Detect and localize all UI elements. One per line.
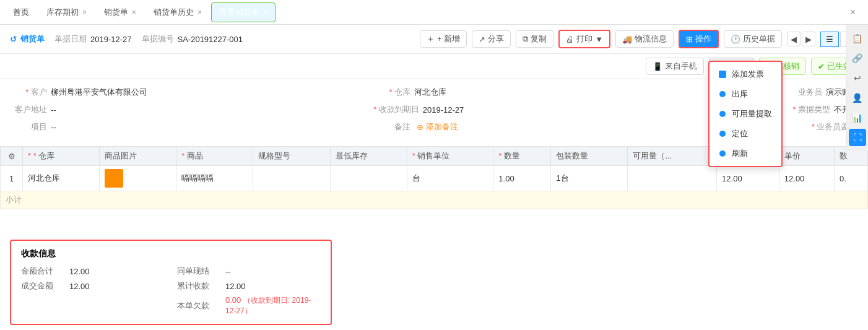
operate-button[interactable]: ⊞ 操作 (679, 30, 719, 48)
document-header: ↺ 销货单 单据日期 2019-12-27 单据编号 SA-20191227-0… (0, 25, 868, 54)
customer-label: 客户 (10, 87, 47, 98)
customer-field: 客户 柳州粤港平安气体有限公司 (10, 87, 373, 98)
due-amount-number: 0.00 (225, 295, 241, 305)
staff2-label: 业务员孟 (812, 121, 849, 132)
inventory-init-close[interactable]: × (82, 8, 87, 17)
tab-bar: 首页 库存期初 × 销货单 × 销货单历史 × 查看销货单 × × (0, 0, 868, 25)
col-pkg-qty: 包装数量 (551, 147, 628, 166)
col-settings[interactable]: ⚙ (1, 147, 23, 166)
payment-grid: 金额合计 12.00 同单现结 -- 成交金额 12.00 累计收款 12.00 (21, 266, 321, 316)
gear-icon[interactable]: ⚙ (8, 152, 15, 161)
due-amount-row: 本单欠款 0.00 （收款到期日: 2019-12-27） (177, 295, 321, 316)
view-sales-close[interactable]: × (263, 8, 267, 17)
history-icon: 🕐 (731, 35, 740, 44)
doc-number-field: 单据编号 SA-20191227-001 (142, 33, 243, 45)
truck-icon: 🚚 (622, 35, 632, 44)
col-price: 单价 (779, 147, 834, 166)
history-button[interactable]: 🕐 历史单据 (724, 30, 782, 48)
locate-item[interactable]: 定位 (710, 124, 781, 144)
staff-label: 业务员 (785, 87, 822, 98)
refresh-label: 刷新 (732, 148, 748, 159)
sales-order-close[interactable]: × (132, 8, 136, 17)
sidebar-btn-1[interactable]: 📋 (849, 30, 866, 47)
transaction-label: 成交金额 (21, 280, 64, 292)
copy-button[interactable]: ⧉ 复制 (516, 30, 553, 48)
col-available: 可用量（... (628, 147, 717, 166)
row-more: 0. (834, 166, 867, 191)
row-qty: 1.00 (493, 166, 551, 191)
warehouse-field: 仓库 河北仓库 (373, 87, 615, 98)
sidebar-btn-2[interactable]: 🔗 (849, 50, 866, 67)
transaction-row: 成交金额 12.00 (21, 280, 165, 292)
payment-info-box: 收款信息 金额合计 12.00 同单现结 -- 成交金额 12.00 累计收款 … (10, 240, 332, 325)
expand-button[interactable]: ⛶ (849, 129, 866, 146)
print-icon: 🖨 (566, 35, 574, 44)
list-view-btn[interactable]: ☰ (820, 32, 839, 47)
new-button[interactable]: ＋ + 新增 (420, 30, 467, 48)
row-stock: 12.00 (717, 166, 779, 191)
payment-title: 收款信息 (21, 248, 321, 259)
total-value: 12.00 (69, 267, 90, 276)
share-button[interactable]: ↗ 分享 (472, 30, 511, 48)
row-pkg-qty: 1台 (551, 166, 628, 191)
doc-actions: ＋ + 新增 ↗ 分享 ⧉ 复制 🖨 打印 ▼ 🚚 (420, 30, 858, 48)
total-amount-row: 金额合计 12.00 (21, 266, 165, 277)
sidebar-btn-4[interactable]: 👤 (849, 89, 866, 106)
col-qty: * 数量 (493, 147, 551, 166)
due-date-label: 收款到期日 (373, 104, 419, 115)
prev-arrow[interactable]: ◀ (787, 32, 801, 46)
print-button[interactable]: 🖨 打印 ▼ (558, 30, 610, 48)
tab-inventory-init[interactable]: 库存期初 × (38, 2, 95, 22)
warehouse-label: 仓库 (373, 87, 410, 98)
note-label: 备注 (373, 121, 410, 132)
phone-button[interactable]: 📱 来自手机 (646, 58, 704, 75)
date-value: 2019-12-27 (90, 35, 132, 44)
add-note-button[interactable]: ⊕ 添加备注 (417, 121, 458, 132)
project-value: -- (51, 123, 56, 132)
locate-label: 定位 (732, 128, 748, 139)
outbound-item[interactable]: 出库 (710, 84, 781, 104)
tab-sales-order[interactable]: 销货单 × (96, 2, 144, 22)
sales-history-close[interactable]: × (197, 8, 202, 17)
address-field: 客户地址 -- (10, 104, 373, 115)
note-field: 备注 ⊕ 添加备注 (373, 121, 615, 132)
available-extract-icon (718, 110, 727, 118)
add-invoice-icon (718, 70, 727, 79)
cumulative-row: 累计收款 12.00 (177, 280, 321, 292)
subtotal-label: 小计 (1, 191, 868, 209)
customer-value: 柳州粤港平安气体有限公司 (51, 87, 147, 98)
view-sales-label: 查看销货单 (219, 7, 259, 18)
row-price: 12.00 (779, 166, 834, 191)
tab-view-sales[interactable]: 查看销货单 × (211, 2, 276, 22)
doc-date-field: 单据日期 2019-12-27 (54, 33, 132, 45)
col-sales-unit: * 销售单位 (407, 147, 493, 166)
due-amount-value: 0.00 （收款到期日: 2019-12-27） (225, 295, 321, 316)
locate-icon (718, 129, 727, 138)
effect-icon: ✔ (818, 62, 825, 71)
share-icon: ↗ (479, 35, 485, 44)
tab-sales-history[interactable]: 销货单历史 × (145, 2, 210, 22)
logistics-button[interactable]: 🚚 物流信息 (615, 30, 674, 48)
sidebar-btn-5[interactable]: 📊 (849, 109, 866, 126)
address-label: 客户地址 (10, 104, 47, 115)
refresh-item[interactable]: 刷新 (710, 144, 781, 163)
transaction-value: 12.00 (69, 282, 90, 291)
sidebar-btn-3[interactable]: ↩ (849, 69, 866, 87)
available-extract-item[interactable]: 可用量提取 (710, 104, 781, 124)
row-no: 1 (1, 166, 23, 191)
total-label: 金额合计 (21, 266, 64, 277)
same-order-row: 同单现结 -- (177, 266, 321, 277)
next-arrow[interactable]: ▶ (802, 32, 815, 46)
add-invoice-item[interactable]: 添加发票 (710, 64, 781, 84)
window-close-button[interactable]: × (843, 7, 863, 18)
print-dropdown-icon: ▼ (595, 35, 603, 44)
home-tab-label: 首页 (13, 7, 29, 18)
due-date-field: 收款到期日 2019-12-27 (373, 104, 615, 115)
same-order-label: 同单现结 (177, 266, 220, 277)
tab-home[interactable]: 首页 (5, 2, 37, 22)
outbound-label: 出库 (732, 89, 748, 100)
doc-type-icon: ↺ (10, 35, 17, 44)
row-warehouse: 河北仓库 (23, 166, 100, 191)
right-sidebar: 📋 🔗 ↩ 👤 📊 ⛶ (846, 25, 868, 151)
date-label: 单据日期 (54, 33, 87, 45)
